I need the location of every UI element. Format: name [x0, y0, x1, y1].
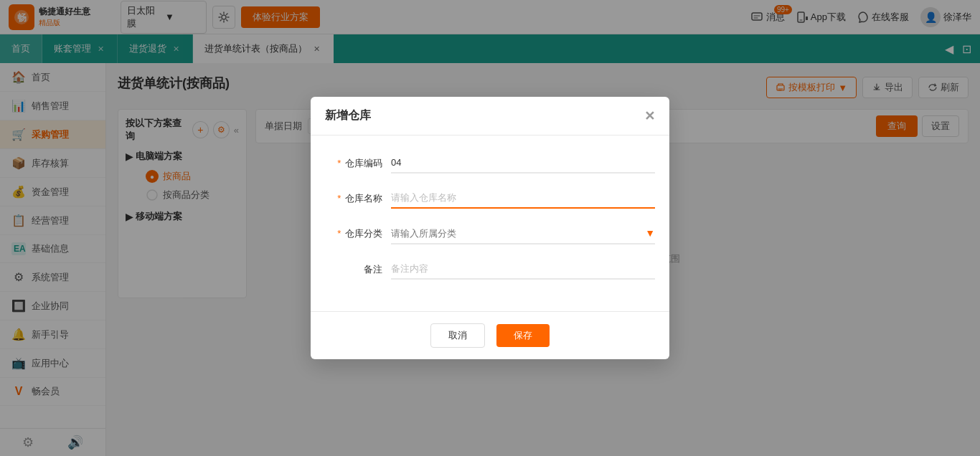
form-row-remark: 备注 [325, 259, 655, 280]
name-input[interactable] [391, 188, 655, 209]
add-warehouse-dialog: 新增仓库 ✕ * 仓库编码 * 仓库名称 [311, 97, 669, 359]
dialog-title: 新增仓库 [325, 108, 371, 123]
form-row-code: * 仓库编码 [325, 153, 655, 174]
remark-label: 备注 [325, 263, 382, 276]
dialog-body: * 仓库编码 * 仓库名称 * 仓库分类 [311, 136, 669, 311]
dialog-close-button[interactable]: ✕ [644, 110, 655, 123]
cancel-button[interactable]: 取消 [430, 323, 485, 348]
category-required-mark: * [337, 228, 341, 239]
save-button[interactable]: 保存 [496, 324, 550, 347]
code-input[interactable] [391, 153, 655, 174]
code-required-mark: * [337, 158, 341, 168]
name-required-mark: * [337, 193, 341, 204]
name-label: * 仓库名称 [325, 192, 382, 205]
category-label: * 仓库分类 [325, 227, 382, 240]
dialog-header: 新增仓库 ✕ [311, 97, 669, 136]
category-dropdown-icon[interactable]: ▼ [645, 227, 655, 239]
form-row-name: * 仓库名称 [325, 188, 655, 209]
dialog-footer: 取消 保存 [311, 311, 669, 359]
modal-overlay[interactable]: 新增仓库 ✕ * 仓库编码 * 仓库名称 [0, 0, 980, 456]
form-row-category: * 仓库分类 ▼ [325, 223, 655, 244]
code-label: * 仓库编码 [325, 157, 382, 170]
category-input[interactable] [391, 228, 645, 239]
remark-input[interactable] [391, 259, 655, 280]
category-select-wrapper: ▼ [391, 223, 655, 244]
